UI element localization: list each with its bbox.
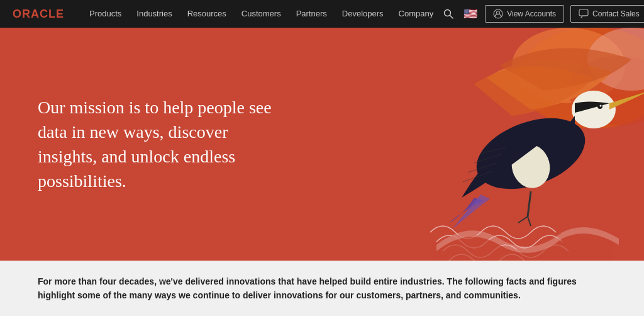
nav-link-resources[interactable]: Resources — [181, 0, 233, 28]
svg-rect-4 — [579, 9, 588, 16]
user-circle-icon — [493, 9, 503, 19]
svg-line-17 — [518, 217, 528, 223]
bottom-paragraph: For more than four decades, we've delive… — [38, 274, 604, 303]
nav-actions: 🇺🇸 View Accounts Contact Sales — [440, 5, 644, 23]
nav-link-partners[interactable]: Partners — [290, 0, 333, 28]
oracle-logo[interactable]: ORACLE — [13, 8, 64, 21]
nav-links: Products Industries Resources Customers … — [83, 0, 440, 28]
view-accounts-button[interactable]: View Accounts — [485, 5, 564, 23]
svg-point-20 — [600, 105, 602, 107]
main-nav: ORACLE Products Industries Resources Cus… — [0, 0, 644, 28]
nav-link-developers[interactable]: Developers — [336, 0, 390, 28]
chat-icon — [579, 9, 589, 19]
svg-line-18 — [528, 217, 531, 226]
search-button[interactable] — [440, 6, 457, 21]
language-flag[interactable]: 🇺🇸 — [464, 9, 479, 19]
bottom-text-bold: For more than four decades, we've delive… — [38, 276, 577, 300]
hero-headline: Our mission is to help people see data i… — [38, 95, 277, 194]
view-accounts-label: View Accounts — [507, 9, 556, 18]
nav-link-products[interactable]: Products — [83, 0, 128, 28]
contact-sales-button[interactable]: Contact Sales — [570, 5, 644, 23]
hero-section: Our mission is to help people see data i… — [0, 28, 644, 261]
svg-point-3 — [497, 11, 500, 14]
nav-link-company[interactable]: Company — [392, 0, 440, 28]
hero-text-block: Our mission is to help people see data i… — [0, 95, 314, 194]
svg-line-1 — [450, 16, 453, 19]
nav-link-industries[interactable]: Industries — [130, 0, 178, 28]
hero-bird-illustration — [267, 28, 644, 261]
contact-sales-label: Contact Sales — [592, 9, 640, 18]
search-icon — [443, 9, 453, 19]
svg-line-16 — [528, 191, 531, 217]
nav-link-customers[interactable]: Customers — [235, 0, 287, 28]
bottom-section: For more than four decades, we've delive… — [0, 261, 644, 316]
